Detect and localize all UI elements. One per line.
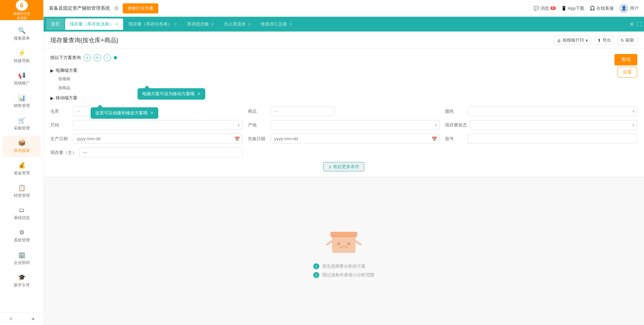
marketing-icon: 📢 bbox=[18, 72, 25, 79]
tab-home[interactable]: 首页 bbox=[46, 18, 64, 30]
batch-label: 批号 bbox=[445, 136, 465, 142]
expiry-date-input[interactable] bbox=[271, 134, 440, 144]
phone-icon: 📱 bbox=[561, 6, 567, 11]
size-select[interactable] bbox=[73, 120, 243, 130]
tab-bar: 首页 现存量（库存状况表） ✕ 现存量（库存分布表） ✕ 库存批次账 ✕ 出入库… bbox=[44, 17, 644, 32]
goods-select-wrap bbox=[271, 106, 440, 116]
purchase-icon: 🛒 bbox=[18, 117, 25, 124]
page-header: 现存量查询(按仓库+商品) 🖨 按模板打印 ▾ ⬆ 导出 ↻ 刷新 bbox=[44, 32, 644, 49]
sidebar-item-finance[interactable]: 💰 资金管理 bbox=[3, 158, 41, 179]
sidebar-item-system[interactable]: ⚙ 系统管理 bbox=[3, 225, 41, 247]
expiry-date-label: 失效日期 bbox=[248, 136, 268, 142]
sidebar-item-sales[interactable]: 📊 销售管理 bbox=[3, 91, 41, 112]
scheme-tooltip-2: 这里可以创建和修改方案哦 ✕ bbox=[91, 107, 158, 119]
sidebar-item-quick[interactable]: ⚡ 快捷导航 bbox=[3, 46, 41, 67]
svg-point-3 bbox=[347, 242, 351, 246]
filter-row-2: 尺码 ▾ 产地 ▾ 现存量状态 bbox=[50, 120, 637, 130]
stock-status-select[interactable] bbox=[470, 120, 637, 130]
tab-close-inventory-status[interactable]: ✕ bbox=[115, 22, 118, 26]
sidebar-nav: 🔍 搜索菜单 ⚡ 快捷导航 📢 营销推广 📊 销售管理 🛒 采购管理 📦 库存核… bbox=[0, 20, 43, 312]
app-download-btn[interactable]: 📱 App下载 bbox=[561, 5, 584, 11]
filter-area: 按以下方案查询 + ✏ ← ▶ 电脑端方案 按规格 按商品 bbox=[44, 49, 644, 177]
scheme-tooltip-1: 电脑方案可设为移动方案哦 ✕ bbox=[138, 88, 205, 100]
tip-num-1: 1 bbox=[313, 263, 319, 269]
edit-scheme-btn[interactable]: ✏ bbox=[94, 54, 101, 61]
online-service-btn[interactable]: 🎧 在线客服 bbox=[590, 5, 614, 11]
tab-expand-icon[interactable]: ⛶ bbox=[637, 21, 641, 27]
page-actions: 🖨 按模板打印 ▾ ⬆ 导出 ↻ 刷新 bbox=[554, 36, 637, 45]
tip-num-2: 2 bbox=[313, 272, 319, 278]
operation-icon: 📋 bbox=[18, 184, 25, 192]
sidebar-item-basic[interactable]: 🗂 基础信息 bbox=[3, 203, 41, 224]
collapse-btn[interactable]: ∧ 收起更多条件 bbox=[323, 162, 364, 171]
setting-btn[interactable]: 设置 bbox=[617, 67, 637, 77]
size-select-wrap: ▾ bbox=[73, 120, 243, 130]
trial-btn[interactable]: 体验行业方案 bbox=[123, 3, 158, 13]
scheme-item-by-spec[interactable]: 按规格 bbox=[56, 75, 637, 83]
sidebar-item-enterprise[interactable]: 🏢 企业协同 bbox=[3, 248, 41, 269]
color-label: 颜色 bbox=[445, 108, 465, 114]
tab-inout-flow[interactable]: 出入库流水 ✕ bbox=[219, 18, 256, 30]
goods-input[interactable] bbox=[271, 106, 334, 116]
dropdown-icon: ▾ bbox=[586, 38, 588, 43]
tooltip2-close-btn[interactable]: ✕ bbox=[150, 111, 154, 115]
filter-field-stock-main: 现存量（主） bbox=[50, 148, 243, 157]
origin-select[interactable] bbox=[271, 120, 440, 130]
back-scheme-btn[interactable]: ← bbox=[104, 54, 111, 61]
guide-icon: 🎓 bbox=[18, 274, 25, 281]
pc-scheme-title[interactable]: ▶ 电脑端方案 bbox=[50, 66, 637, 75]
search-btn[interactable]: 查询 bbox=[614, 54, 637, 65]
message-icon: 💬 bbox=[534, 6, 539, 11]
svg-line-4 bbox=[327, 241, 332, 245]
logo-text: 畅通好生意 标准版 bbox=[13, 11, 30, 20]
sidebar-settings-btn[interactable]: ⚙ bbox=[9, 317, 13, 321]
user-profile-btn[interactable]: 👤 用户 bbox=[619, 4, 639, 13]
search-icon: 🔍 bbox=[18, 27, 25, 34]
sidebar-collapse-btn[interactable]: ◀ bbox=[31, 317, 34, 321]
tooltip1-close-btn[interactable]: ✕ bbox=[197, 92, 201, 96]
pc-scheme-arrow: ▶ bbox=[50, 68, 54, 73]
system-icon: ⚙ bbox=[19, 229, 24, 236]
batch-input[interactable] bbox=[468, 134, 637, 144]
export-btn[interactable]: ⬆ 导出 bbox=[594, 36, 614, 45]
stock-status-select-wrap: ▾ bbox=[470, 120, 637, 130]
avatar: 👤 bbox=[619, 4, 629, 13]
tab-inventory-status[interactable]: 现存量（库存状况表） ✕ bbox=[65, 18, 123, 30]
print-icon: 🖨 bbox=[557, 38, 561, 43]
tab-receipt-summary[interactable]: 收发存汇总表 ✕ bbox=[256, 18, 297, 30]
tab-close-batch-account[interactable]: ✕ bbox=[211, 22, 214, 26]
stock-main-input[interactable] bbox=[79, 148, 243, 157]
header-actions: 💬 消息 6 📱 App下载 🎧 在线客服 👤 用户 bbox=[534, 4, 639, 13]
empty-tips: 1 请先选择要分析的方案 2 用过滤条件来缩小分析范围 bbox=[313, 263, 374, 278]
page-title: 现存量查询(按仓库+商品) bbox=[50, 36, 118, 44]
add-scheme-btn[interactable]: + bbox=[84, 54, 91, 61]
filter-field-production-date: 生产日期 📅 bbox=[50, 134, 243, 144]
inventory-icon: 📦 bbox=[18, 139, 25, 147]
filter-field-size: 尺码 ▾ bbox=[50, 120, 243, 130]
refresh-btn[interactable]: ↻ 刷新 bbox=[618, 36, 637, 45]
refresh-icon: ↻ bbox=[621, 38, 624, 43]
tab-close-inventory-dist[interactable]: ✕ bbox=[174, 22, 177, 26]
mobile-scheme-arrow: ▶ bbox=[50, 96, 54, 101]
sidebar-item-guide[interactable]: 🎓 新手引导 bbox=[3, 270, 41, 291]
tab-inventory-dist[interactable]: 现存量（库存分布表） ✕ bbox=[124, 18, 182, 30]
color-select[interactable] bbox=[468, 106, 637, 116]
production-date-input[interactable] bbox=[73, 134, 243, 144]
tab-close-inout-flow[interactable]: ✕ bbox=[248, 22, 251, 26]
print-btn[interactable]: 🖨 按模板打印 ▾ bbox=[554, 36, 591, 45]
sidebar-item-operation[interactable]: 📋 经营管理 bbox=[3, 181, 41, 202]
header-gear-icon[interactable]: ⚙ bbox=[114, 5, 119, 11]
sidebar-item-inventory[interactable]: 📦 库存核算 bbox=[3, 136, 41, 157]
tab-batch-account[interactable]: 库存批次账 ✕ bbox=[182, 18, 219, 30]
svg-point-2 bbox=[337, 242, 340, 246]
sidebar-item-marketing[interactable]: 📢 营销推广 bbox=[3, 68, 41, 90]
sidebar-item-purchase[interactable]: 🛒 采购管理 bbox=[3, 113, 41, 134]
messages-btn[interactable]: 💬 消息 6 bbox=[534, 5, 556, 11]
tab-close-receipt-summary[interactable]: ✕ bbox=[289, 22, 292, 26]
page-content: 现存量查询(按仓库+商品) 🖨 按模板打印 ▾ ⬆ 导出 ↻ 刷新 bbox=[44, 32, 644, 325]
sidebar-item-search[interactable]: 🔍 搜索菜单 bbox=[3, 23, 41, 45]
filter-field-origin: 产地 ▾ bbox=[248, 120, 440, 130]
tab-close-all-icon[interactable]: ✕ bbox=[630, 21, 634, 27]
warehouse-label: 仓库 bbox=[50, 108, 70, 114]
filter-label-row: 按以下方案查询 + ✏ ← bbox=[50, 54, 637, 61]
